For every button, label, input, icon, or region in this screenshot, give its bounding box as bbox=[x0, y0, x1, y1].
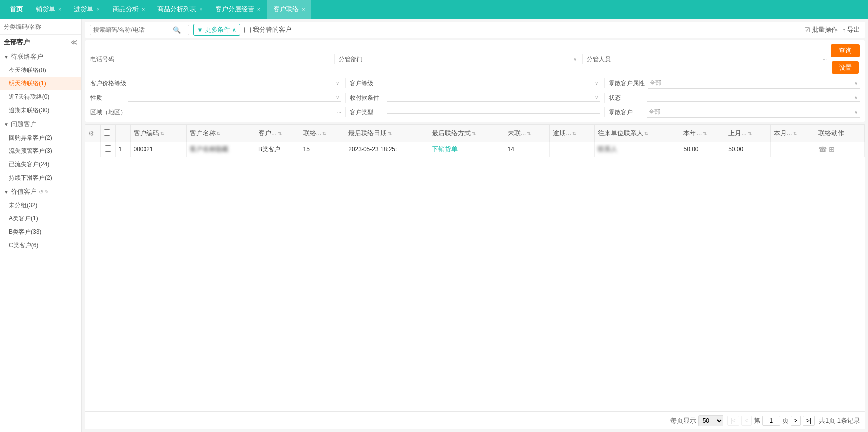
filter-dept: 分管部门 ∨ bbox=[339, 55, 579, 64]
pagination-bar: 每页显示 50 100 200 |< < 第 页 > >| 共1页 1条记录 bbox=[85, 412, 865, 429]
query-btn[interactable]: 查询 bbox=[831, 44, 860, 57]
filter-person-dots[interactable]: ··· bbox=[823, 57, 827, 62]
sort-icon-last-method[interactable]: ⇅ bbox=[472, 131, 476, 136]
filter-customer-level-select[interactable]: ∨ bbox=[387, 79, 600, 87]
sidebar-item-a-class[interactable]: A类客户(1) bbox=[0, 212, 81, 225]
arrow-down-icon-3: ▼ bbox=[4, 189, 9, 195]
grid-action-icon[interactable]: ⊞ bbox=[829, 145, 835, 153]
nav-sales[interactable]: 销货单 × bbox=[30, 0, 67, 19]
filter-row-3: 性质 ∨ 收付款条件 ∨ 状态 bbox=[90, 93, 860, 103]
filter-retail-customer-label: 零散客户 bbox=[609, 108, 644, 117]
sort-icon-this-year[interactable]: ⇅ bbox=[703, 131, 707, 136]
sidebar-group-pending[interactable]: ▼ 待联络客户 bbox=[0, 50, 81, 64]
sidebar-group-problem[interactable]: ▼ 问题客户 bbox=[0, 117, 81, 131]
row-checkbox[interactable] bbox=[105, 145, 111, 152]
sort-icon-name[interactable]: ⇅ bbox=[217, 131, 220, 136]
col-name: 客户名称 ⇅ bbox=[187, 125, 255, 142]
filter-region-input[interactable] bbox=[129, 108, 334, 117]
filter-customer-type: 客户类型 bbox=[350, 108, 600, 117]
filter-status-label: 状态 bbox=[609, 94, 644, 102]
sort-icon-contacts[interactable]: ⇅ bbox=[322, 131, 326, 136]
sidebar-all-customers[interactable]: 全部客户 ≪ bbox=[0, 35, 81, 50]
filter-payment-select[interactable]: ∨ bbox=[387, 94, 600, 102]
sidebar-item-repurchase-abnormal[interactable]: 回购异常客户(2) bbox=[0, 131, 81, 144]
customer-table: ⚙ 客户编码 ⇅ bbox=[85, 125, 865, 157]
sidebar-collapse-btn[interactable]: ≪ bbox=[70, 38, 77, 46]
row-last-method-link[interactable]: 下销货单 bbox=[432, 145, 458, 153]
sidebar-item-tomorrow[interactable]: 明天待联络(1) bbox=[0, 77, 81, 90]
page-nav: |< < 第 页 > >| bbox=[727, 416, 815, 426]
nav-close-sales[interactable]: × bbox=[58, 6, 61, 12]
nav-customer-contact[interactable]: 客户联络 × bbox=[267, 0, 311, 19]
nav-purchase[interactable]: 进货单 × bbox=[68, 0, 105, 19]
nav-goods-list[interactable]: 商品分析列表 × bbox=[151, 0, 208, 19]
filter-dept-select[interactable]: ∨ bbox=[376, 55, 579, 63]
nav-close-customer-contact[interactable]: × bbox=[302, 6, 305, 12]
filter-nature-select[interactable]: ∨ bbox=[128, 94, 341, 102]
filter-divider-5 bbox=[345, 93, 346, 103]
phone-action-icon[interactable]: ☎ bbox=[818, 145, 827, 153]
filter-row-4: 区域（地区） ··· 客户类型 零散客户 全部 ∨ bbox=[90, 107, 860, 118]
my-customers-checkbox[interactable] bbox=[244, 27, 251, 33]
sidebar-item-churned[interactable]: 已流失客户(24) bbox=[0, 158, 81, 171]
settings-icon[interactable]: ⚙ bbox=[88, 130, 94, 137]
row-overdue-cell bbox=[550, 142, 595, 157]
chevron-down-icon-status: ∨ bbox=[854, 95, 858, 100]
nav-close-goods-list[interactable]: × bbox=[199, 6, 202, 12]
nav-close-purchase[interactable]: × bbox=[96, 6, 99, 12]
filter-price-level-select[interactable]: ∨ bbox=[129, 79, 341, 87]
filter-retail-attr-label: 零散客户属性 bbox=[609, 79, 645, 88]
sort-icon-type[interactable]: ⇅ bbox=[278, 131, 282, 136]
filter-person-input[interactable] bbox=[625, 55, 820, 64]
nav-customer-tier[interactable]: 客户分层经营 × bbox=[210, 0, 266, 19]
filter-search-icon[interactable]: 🔍 bbox=[173, 26, 181, 34]
sidebar-search-input[interactable] bbox=[4, 23, 78, 30]
more-filters-btn[interactable]: ▼ 更多条件 ∧ bbox=[193, 24, 240, 36]
sidebar-item-b-class[interactable]: B类客户(33) bbox=[0, 225, 81, 239]
per-page-select[interactable]: 50 100 200 bbox=[698, 415, 723, 426]
batch-ops-btn[interactable]: ☑ 批量操作 bbox=[804, 25, 838, 34]
sort-icon-uncontacted[interactable]: ⇅ bbox=[527, 131, 531, 136]
filter-customer-level: 客户等级 ∨ bbox=[350, 79, 600, 88]
row-last-date-cell: 2023-05-23 18:25: bbox=[345, 142, 429, 157]
chevron-down-icon-retail: ∨ bbox=[854, 80, 858, 86]
sidebar-item-overdue[interactable]: 逾期未联络(30) bbox=[0, 104, 81, 117]
refresh-icon[interactable]: ↺ bbox=[39, 189, 43, 195]
sort-icon-overdue[interactable]: ⇅ bbox=[572, 131, 576, 136]
sort-icon-code[interactable]: ⇅ bbox=[160, 131, 164, 136]
edit-icon[interactable]: ✎ bbox=[44, 189, 49, 195]
row-this-month-cell bbox=[770, 142, 815, 157]
sort-icon-contact-person[interactable]: ⇅ bbox=[644, 131, 648, 136]
filter-search-input[interactable] bbox=[93, 26, 173, 33]
filter-phone-input[interactable] bbox=[128, 55, 330, 64]
sidebar-item-7days[interactable]: 近7天待联络(0) bbox=[0, 90, 81, 104]
sidebar-item-churn-warning[interactable]: 流失预警客户(3) bbox=[0, 144, 81, 158]
nav-close-customer-tier[interactable]: × bbox=[257, 6, 260, 12]
my-customers-check[interactable]: 我分管的客户 bbox=[244, 25, 291, 34]
last-page-btn[interactable]: >| bbox=[803, 416, 815, 426]
filter-retail-attr-select[interactable]: 全部 ∨ bbox=[648, 78, 860, 89]
nav-goods-analysis[interactable]: 商品分析 × bbox=[107, 0, 150, 19]
page-input[interactable] bbox=[762, 416, 780, 426]
sidebar-item-today[interactable]: 今天待联络(0) bbox=[0, 64, 81, 77]
first-page-btn[interactable]: |< bbox=[727, 416, 739, 426]
set-btn[interactable]: 设置 bbox=[832, 61, 859, 74]
sidebar-item-ungrouped[interactable]: 未分组(32) bbox=[0, 199, 81, 212]
sort-icon-this-month[interactable]: ⇅ bbox=[793, 131, 797, 136]
sidebar-group-value[interactable]: ▼ 价值客户 ↺ ✎ bbox=[0, 185, 81, 199]
filter-customer-type-select[interactable] bbox=[387, 111, 600, 114]
sort-icon-last-date[interactable]: ⇅ bbox=[388, 131, 392, 136]
filter-status-select[interactable]: ∨ bbox=[647, 94, 860, 102]
prev-page-btn[interactable]: < bbox=[741, 416, 752, 426]
select-all-checkbox[interactable] bbox=[104, 129, 110, 136]
row-name-value[interactable]: 客户名称隐藏 bbox=[190, 145, 228, 153]
filter-retail-customer-select[interactable]: 全部 ∨ bbox=[647, 107, 860, 118]
nav-close-goods-analysis[interactable]: × bbox=[142, 6, 145, 12]
sort-icon-last-month[interactable]: ⇅ bbox=[748, 131, 752, 136]
export-btn[interactable]: ↑ 导出 bbox=[843, 25, 861, 34]
nav-home[interactable]: 首页 bbox=[4, 0, 29, 19]
sidebar-item-declining[interactable]: 持续下滑客户(2) bbox=[0, 171, 81, 185]
sidebar-item-c-class[interactable]: C类客户(6) bbox=[0, 239, 81, 252]
filter-region-dots[interactable]: ··· bbox=[337, 110, 341, 115]
next-page-btn[interactable]: > bbox=[791, 416, 801, 426]
